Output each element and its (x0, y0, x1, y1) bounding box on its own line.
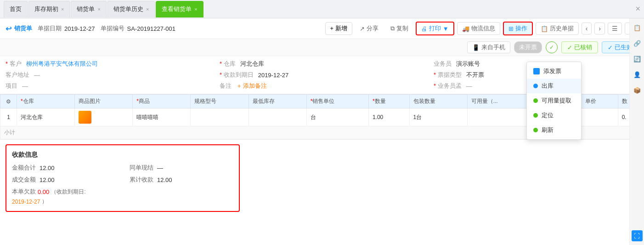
col-available: 可用量（... (467, 95, 534, 108)
payment-date-field: * 收款到期日 2019-12-27 (210, 71, 424, 79)
row-price (582, 108, 618, 126)
project-label: 项目 (6, 82, 17, 90)
share-icon: ↗ (360, 25, 365, 32)
col-product: *商品 (133, 95, 191, 108)
tab-view-sales[interactable]: 查看销货单 × (156, 1, 203, 17)
col-package-qty: 包装数量 (409, 95, 467, 108)
prev-button[interactable]: ‹ (582, 23, 592, 34)
address-value: — (34, 72, 40, 79)
add-invoice-label: 添发票 (543, 67, 561, 75)
payment-total-row: 金额合计 12.00 (12, 164, 116, 172)
col-unit: *销售单位 (306, 95, 368, 108)
note-field: 备注 ＋ 添加备注 (210, 82, 424, 90)
outbound-icon (533, 84, 538, 88)
refresh-icon (533, 128, 538, 132)
add-note-plus-icon: ＋ (236, 82, 242, 90)
new-button[interactable]: + 新增 (325, 22, 352, 35)
logistics-button[interactable]: 🚚 物流信息 (457, 22, 500, 35)
toolbar-right-actions: + 新增 ↗ 分享 ⧉ 复制 🖨 打印 ▼ 🚚 物流信息 ⊞ 操作 (325, 22, 638, 35)
locate-label: 定位 (542, 111, 554, 120)
add-note-label: 添加备注 (243, 82, 267, 90)
customer-label: * 客户 (6, 60, 22, 68)
locate-icon (533, 113, 538, 118)
copy-button[interactable]: ⧉ 复制 (386, 23, 413, 34)
from-phone-button[interactable]: 📱 来自手机 (467, 41, 510, 53)
ticket-type-value: 不开票 (466, 71, 484, 79)
col-min-stock: 最低库存 (249, 95, 306, 108)
warehouse-label: * 仓库 (220, 60, 236, 68)
already-verified-button[interactable]: ✓ 已核销 (561, 41, 598, 53)
note-label: 备注 (220, 82, 232, 90)
tab-home[interactable]: 首页 (4, 1, 28, 17)
dropdown-item-available[interactable]: 可用量提取 (527, 93, 581, 108)
window-close-button[interactable]: × (635, 4, 640, 14)
payment-total-label: 金额合计 (12, 164, 36, 172)
right-sidebar: 📋 🔗 🔄 👤 📦 ⛶ (629, 18, 644, 245)
sidebar-icon-refresh[interactable]: 🔄 (632, 53, 643, 64)
dropdown-item-locate[interactable]: 定位 (527, 108, 581, 123)
main-area: ↩ 销货单 单据日期 2019-12-27 单据编号 SA-20191227-0… (0, 18, 644, 245)
effective-icon: ✓ (608, 44, 613, 51)
tab-view-sales-close[interactable]: × (194, 6, 197, 12)
number-label: 单据编号 (101, 24, 124, 33)
confirm-icon-btn[interactable]: ✓ (546, 41, 558, 53)
row-warehouse: 河北仓库 (17, 108, 75, 126)
dropdown-item-outbound[interactable]: 出库 (527, 79, 581, 93)
share-button[interactable]: ↗ 分享 (355, 23, 383, 34)
tab-sales-order-label: 销货单 (77, 5, 95, 13)
operations-button[interactable]: ⊞ 操作 (503, 22, 533, 35)
copy-label: 复制 (396, 24, 408, 33)
sidebar-icon-doc[interactable]: 📋 (632, 22, 643, 33)
sidebar-icon-user[interactable]: 👤 (632, 69, 643, 80)
sidebar-icon-link[interactable]: 🔗 (632, 38, 643, 49)
action-row: 📱 来自手机 未开票 ✓ ✓ 已核销 ✓ 已生效 (0, 39, 644, 56)
dropdown-item-add-invoice[interactable]: 添发票 (527, 64, 581, 79)
row-spec (191, 108, 249, 126)
payment-arrears-row: 本单欠款 0.00 （收款到期日: 2019-12-27 ） (12, 188, 116, 205)
print-label: 打印 (429, 24, 441, 33)
warehouse-value: 河北仓库 (240, 60, 264, 68)
payment-same-order-label: 同单现结 (130, 164, 153, 172)
row-min-stock (249, 108, 306, 126)
payment-section: 收款信息 金额合计 12.00 同单现结 — 成交金额 12.00 累计收款 1… (6, 144, 240, 212)
tab-sales-history-close[interactable]: × (146, 6, 149, 12)
tab-sales-order-close[interactable]: × (97, 6, 100, 12)
payment-arrears-label: 本单欠款 (12, 188, 36, 196)
copy-icon: ⧉ (390, 25, 395, 32)
payment-title: 收款信息 (12, 151, 233, 159)
list-view-button[interactable]: ☰ (608, 23, 622, 34)
not-open-button[interactable]: 未开票 (514, 41, 542, 53)
payment-due-suffix: ） (42, 198, 47, 205)
print-icon: 🖨 (421, 25, 427, 32)
salesperson-label: 业务员 (434, 60, 452, 68)
warehouse-field: * 仓库 河北仓库 (210, 60, 424, 68)
sidebar-icon-expand[interactable]: ⛶ (632, 230, 643, 241)
tab-sales-order[interactable]: 销货单 × (71, 1, 106, 17)
history-button[interactable]: 📋 历史单据 (536, 22, 579, 35)
ticket-type-label: * 票据类型 (434, 71, 462, 79)
payment-deal-value: 12.00 (40, 177, 55, 183)
col-spec: 规格型号 (191, 95, 249, 108)
tab-sales-history[interactable]: 销货单历史 × (107, 1, 155, 17)
customer-value[interactable]: 柳州粤港平安气体有限公司 (26, 60, 98, 68)
col-price: 单价 (582, 95, 618, 108)
toolbar: ↩ 销货单 单据日期 2019-12-27 单据编号 SA-20191227-0… (0, 18, 644, 39)
add-note-btn[interactable]: ＋ 添加备注 (236, 82, 267, 90)
tab-inventory-close[interactable]: × (61, 6, 64, 12)
date-value: 2019-12-27 (64, 25, 95, 32)
next-button[interactable]: › (594, 23, 605, 34)
operations-label: 操作 (515, 24, 527, 33)
salesperson-value: 演示账号 (456, 60, 480, 68)
verified-icon: ✓ (567, 44, 572, 51)
dropdown-item-refresh[interactable]: 刷新 (527, 123, 581, 137)
history-label: 历史单据 (550, 24, 574, 33)
customer-field: * 客户 柳州粤港平安气体有限公司 (6, 60, 210, 68)
refresh-label: 刷新 (542, 126, 554, 134)
tab-inventory-init[interactable]: 库存期初 × (28, 1, 70, 17)
row-unit: 台 (306, 108, 368, 126)
row-package-qty: 1台 (409, 108, 467, 126)
print-button[interactable]: 🖨 打印 ▼ (416, 22, 454, 35)
sidebar-icon-package[interactable]: 📦 (632, 85, 643, 96)
sales-rep-label: * 业务员孟 (434, 82, 462, 90)
from-phone-label: 来自手机 (481, 43, 505, 51)
